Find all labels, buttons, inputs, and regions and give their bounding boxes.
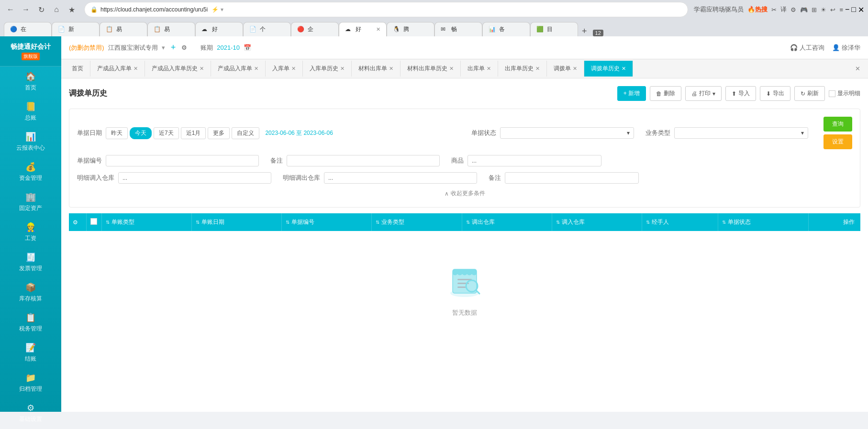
tab-transfer[interactable]: 调拨单 ✕: [547, 61, 584, 77]
sidebar-item-reports[interactable]: 📊 云报表中心: [0, 127, 61, 157]
back-button[interactable]: ←: [4, 3, 17, 16]
tab-material-out-hist[interactable]: 材料出库单历史 ✕: [401, 61, 461, 77]
th-in-warehouse[interactable]: ⇅ 调入仓库: [552, 213, 642, 231]
browser-tab-11[interactable]: 🟩 目: [530, 22, 578, 36]
display-checkbox[interactable]: [829, 90, 835, 97]
tab-close-out-hist[interactable]: ✕: [535, 66, 540, 72]
browser-nav[interactable]: ← → ↻ ⌂ ★: [4, 3, 78, 16]
tab-close-transfer[interactable]: ✕: [573, 66, 577, 72]
print-button[interactable]: 🖨 打印 ▾: [685, 86, 722, 101]
refresh-button-page[interactable]: ↻ 刷新: [794, 86, 825, 101]
tab-out[interactable]: 出库单 ✕: [461, 61, 498, 77]
tab-product-in[interactable]: 产成品入库单 ✕: [90, 61, 145, 77]
detail-out-select[interactable]: ...: [324, 172, 477, 184]
th-checkbox[interactable]: [86, 213, 101, 231]
bookmark-button[interactable]: ★: [65, 3, 78, 16]
browser-tab-9[interactable]: ✉ 畅: [434, 22, 482, 36]
new-tab-button[interactable]: +: [578, 26, 591, 36]
tab-close-7[interactable]: ✕: [376, 26, 380, 33]
refresh-button[interactable]: ↻: [34, 3, 48, 16]
browser-tab-10[interactable]: 📊 各: [482, 22, 530, 36]
sidebar-item-tax[interactable]: 📋 税务管理: [0, 308, 61, 338]
browser-tab-6[interactable]: 🔴 企: [291, 22, 339, 36]
tab-transfer-hist[interactable]: 调拨单历史 ✕: [584, 61, 633, 77]
display-toggle[interactable]: 显示明细: [829, 89, 860, 98]
add-company-button[interactable]: +: [171, 43, 176, 53]
select-all-checkbox[interactable]: [90, 218, 97, 225]
tab-product-in2[interactable]: 产成品入库单 ✕: [211, 61, 266, 77]
th-biz-type[interactable]: ⇅ 业务类型: [372, 213, 462, 231]
browser-tab-7[interactable]: ☁ 好 ✕: [339, 22, 387, 36]
import-button[interactable]: ⬆ 导入: [725, 86, 756, 101]
user-avatar[interactable]: 👤 徐泽华: [832, 44, 860, 52]
forward-button[interactable]: →: [19, 3, 33, 16]
th-doc-no[interactable]: ⇅ 单据编号: [282, 213, 372, 231]
sidebar-item-fixed-assets[interactable]: 🏢 固定资产: [0, 187, 61, 217]
sidebar-item-ledger[interactable]: 📒 总账: [0, 97, 61, 127]
date-today-btn[interactable]: 今天: [130, 127, 152, 139]
tab-close-product-in[interactable]: ✕: [134, 66, 138, 72]
close-window-button[interactable]: ✕: [858, 5, 864, 14]
date-custom-btn[interactable]: 自定义: [232, 127, 259, 139]
tab-material-out[interactable]: 材料出库单 ✕: [352, 61, 401, 77]
sidebar-item-close[interactable]: 📝 结账: [0, 338, 61, 368]
tab-close-material-out[interactable]: ✕: [389, 66, 393, 72]
biz-type-select[interactable]: ▾: [674, 127, 808, 139]
browser-tab-8[interactable]: 🐧 腾: [387, 22, 434, 36]
tab-close-product-in-hist[interactable]: ✕: [200, 66, 204, 72]
address-bar[interactable]: 🔒 https://cloud.chanjet.com/accounting/u…: [84, 2, 688, 17]
status-select[interactable]: ▾: [500, 127, 634, 139]
sidebar-item-home[interactable]: 🏠 首页: [0, 66, 61, 97]
tab-out-hist[interactable]: 出库单历史 ✕: [498, 61, 547, 77]
sidebar-item-invoice[interactable]: 🧾 发票管理: [0, 247, 61, 277]
close-all-button[interactable]: ✕: [851, 63, 864, 74]
browser-tab-4[interactable]: ☁ 好: [195, 22, 243, 36]
th-out-warehouse[interactable]: ⇅ 调出仓库: [462, 213, 552, 231]
tab-close-in[interactable]: ✕: [291, 66, 296, 72]
company-selector[interactable]: (勿删勿禁用) 江西服宝测试专用 ▾: [69, 44, 165, 52]
tab-close-in-hist[interactable]: ✕: [340, 66, 345, 72]
th-settings[interactable]: ⚙: [69, 213, 86, 231]
sidebar-item-inventory[interactable]: 📦 库存核算: [0, 277, 61, 308]
th-doc-type[interactable]: ⇅ 单账类型: [101, 213, 191, 231]
sidebar-item-wages[interactable]: 👷 工资: [0, 217, 61, 247]
date-1month-btn[interactable]: 近1月: [181, 127, 206, 139]
tab-close-transfer-hist[interactable]: ✕: [622, 66, 626, 72]
new-button[interactable]: + 新增: [617, 86, 646, 101]
service-btn[interactable]: 🎧 人工咨询: [790, 44, 824, 52]
th-doc-date[interactable]: ⇅ 单账日期: [191, 213, 281, 231]
tab-product-in-hist[interactable]: 产成品入库单历史 ✕: [145, 61, 211, 77]
sidebar-item-archive[interactable]: 📁 归档管理: [0, 368, 61, 398]
goods-select[interactable]: ...: [467, 155, 601, 166]
date-more-btn[interactable]: 更多: [208, 127, 230, 139]
browser-tab-3[interactable]: 📋 易: [147, 22, 195, 36]
collapse-btn[interactable]: ∧ 收起更多条件: [77, 187, 852, 199]
tab-home[interactable]: 首页: [65, 61, 90, 77]
tab-close-material-out-hist[interactable]: ✕: [449, 66, 454, 72]
query-button[interactable]: 查询: [823, 117, 852, 132]
browser-tab-2[interactable]: 📋 易: [100, 22, 147, 36]
date-7days-btn[interactable]: 近7天: [154, 127, 179, 139]
detail-in-select[interactable]: ...: [118, 172, 271, 184]
th-handler[interactable]: ⇅ 经手人: [642, 213, 718, 231]
sidebar-item-settings[interactable]: ⚙ 基础设置: [0, 398, 61, 428]
doc-no-input[interactable]: [106, 155, 259, 166]
th-doc-status[interactable]: ⇅ 单据状态: [718, 213, 808, 231]
browser-tab-5[interactable]: 📄 个: [243, 22, 291, 36]
date-yesterday-btn[interactable]: 昨天: [106, 127, 128, 139]
tab-in[interactable]: 入库单 ✕: [266, 61, 303, 77]
tab-close-product-in2[interactable]: ✕: [254, 66, 258, 72]
period-selector[interactable]: 账期 2021-10 📅: [200, 44, 251, 52]
minimize-button[interactable]: −: [845, 5, 849, 14]
browser-tab-0[interactable]: 🔵 在: [4, 22, 52, 36]
home-button[interactable]: ⌂: [50, 3, 63, 16]
detail-remark-input[interactable]: [505, 172, 639, 184]
browser-tab-1[interactable]: 📄 新: [52, 22, 100, 36]
settings-filter-button[interactable]: 设置: [823, 134, 852, 149]
sidebar-item-funds[interactable]: 💰 资金管理: [0, 157, 61, 187]
remark-input[interactable]: [287, 155, 440, 166]
maximize-button[interactable]: □: [851, 5, 856, 14]
delete-button[interactable]: 🗑 删除: [650, 86, 681, 101]
company-settings-button[interactable]: ⚙: [181, 44, 187, 51]
export-button[interactable]: ⬇ 导出: [760, 86, 790, 101]
